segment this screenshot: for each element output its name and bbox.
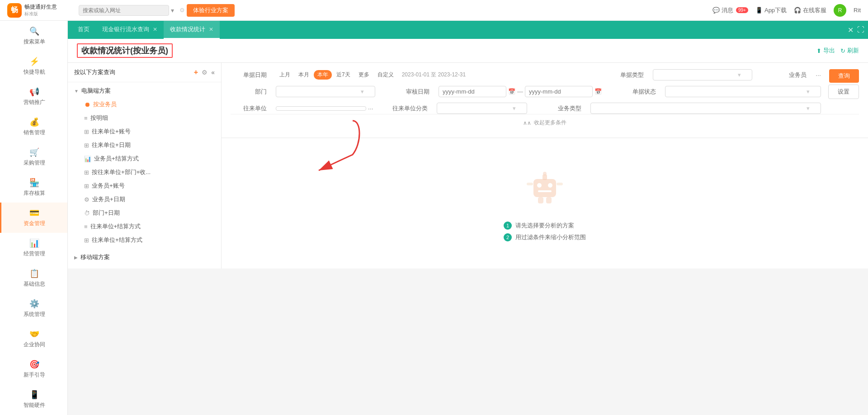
panel-settings-btn[interactable]: ⚙ (202, 69, 208, 76)
counterpart-select[interactable] (276, 106, 366, 111)
refresh-btn[interactable]: ↻ 刷新 (840, 47, 859, 55)
collection-stats-tab-label: 收款情况统计 (170, 25, 205, 33)
avatar[interactable]: R (834, 4, 846, 17)
tab-bank-flow[interactable]: 现金银行流水查询 ✕ (96, 21, 164, 39)
tab-collection-stats-close[interactable]: ✕ (209, 26, 213, 33)
tab-home[interactable]: 首页 (71, 21, 96, 39)
dept-select[interactable]: ▾ (276, 86, 375, 97)
sidebar-item-guide[interactable]: 🎯 新手引导 (0, 354, 67, 384)
salesperson-more-btn[interactable]: ··· (816, 71, 821, 79)
counterpart-category-select[interactable]: ▾ (437, 103, 527, 114)
tree-item-unit-account-label: 往来单位+账号 (92, 127, 131, 136)
step-1-text: 请先选择要分析的方案 (515, 222, 574, 230)
empty-steps: 1 请先选择要分析的方案 2 用过滤条件来缩小分析范围 (504, 222, 586, 241)
tree-category-mobile[interactable]: ▶ 移动端方案 (68, 250, 221, 264)
tree-item-unit-account[interactable]: ⊞ 往来单位+账号 (68, 125, 221, 138)
unit-settle1-icon: ≡ (84, 223, 88, 230)
calendar-icon-start[interactable]: 📅 (508, 88, 515, 95)
sidebar-item-finance[interactable]: 💳 资金管理 (0, 203, 67, 233)
sidebar-item-inventory[interactable]: 🏪 库存核算 (0, 172, 67, 203)
collapse-btn[interactable]: ∧∧ 收起更多条件 (231, 114, 859, 131)
tree-item-salesperson-label: 按业务员 (93, 100, 117, 108)
inventory-icon: 🏪 (29, 178, 39, 188)
tree-item-unit-settle1[interactable]: ≡ 往来单位+结算方式 (68, 220, 221, 233)
svg-point-5 (543, 172, 547, 175)
search-icon: 🔍 (29, 26, 39, 36)
tree-item-detail-label: 按明细 (90, 114, 108, 122)
logo-text: 畅捷通好生意 标准版 (24, 3, 57, 17)
url-input[interactable] (79, 5, 169, 16)
step-2-text: 用过滤条件来缩小分析范围 (515, 233, 586, 241)
review-date-end[interactable] (525, 86, 593, 97)
date-tab-more[interactable]: 更多 (355, 70, 373, 80)
sidebar-item-system[interactable]: ⚙️ 系统管理 (0, 293, 67, 324)
calendar-icon-end[interactable]: 📅 (594, 88, 602, 95)
tree-item-unit-settle1-label: 往来单位+结算方式 (90, 222, 141, 231)
left-panel: 按以下方案查询 + ⚙ « ▼ 电脑端方案 ⏺ 按业务员 (68, 63, 222, 269)
tree-item-unit-date[interactable]: ⊞ 往来单位+日期 (68, 138, 221, 152)
svg-rect-9 (546, 197, 552, 203)
window-maximize-btn[interactable]: ⛶ (857, 26, 864, 34)
tree-item-by-detail[interactable]: ≡ 按明细 (68, 111, 221, 125)
panel-collapse-btn[interactable]: « (211, 69, 215, 76)
doc-type-select[interactable]: ▾ (653, 69, 752, 80)
right-content: 单据日期 上月 本月 本年 近7天 更多 自定义 (222, 63, 868, 269)
sidebar-item-quick-nav[interactable]: ⚡ 快捷导航 (0, 51, 67, 81)
filter-row-date: 单据日期 上月 本月 本年 近7天 更多 自定义 (231, 69, 821, 80)
date-tab-this-year[interactable]: 本年 (314, 70, 332, 80)
tree-item-salesperson-date[interactable]: ⚙ 业务员+日期 (68, 193, 221, 206)
tree-item-unit-dept-collect[interactable]: ⊞ 按往来单位+部门+收... (68, 165, 221, 179)
date-tab-this-month[interactable]: 本月 (295, 70, 313, 80)
svg-rect-7 (557, 183, 563, 185)
sidebar-item-purchase[interactable]: 🛒 采购管理 (0, 142, 67, 172)
counterpart-cat-chevron: ▾ (513, 105, 516, 112)
tree-item-dept-date[interactable]: ⏱ 部门+日期 (68, 206, 221, 220)
doc-status-select[interactable]: ▾ (665, 86, 821, 97)
business-type-select[interactable]: ▾ (590, 103, 821, 114)
operations-icon: 📊 (29, 238, 39, 248)
sidebar-item-marketing[interactable]: 📢 营销推广 (0, 81, 67, 112)
query-btn[interactable]: 查询 (829, 69, 859, 83)
review-date-range: 📅 — 📅 (439, 86, 602, 97)
window-close-btn[interactable]: ✕ (848, 26, 854, 34)
page-content: 收款情况统计(按业务员) ⬆ 导出 ↻ 刷新 按以下 (68, 39, 868, 415)
sidebar-label-enterprise: 企业协同 (24, 341, 45, 349)
sidebar-item-operations[interactable]: 📊 经营管理 (0, 233, 67, 263)
tree-category-desktop[interactable]: ▼ 电脑端方案 (68, 84, 221, 98)
counterpart-category-label: 往来单位分类 (392, 104, 428, 113)
panel-add-btn[interactable]: + (194, 68, 198, 76)
date-tab-last-month[interactable]: 上月 (276, 70, 294, 80)
settings-btn[interactable]: 设置 (828, 85, 859, 99)
counterpart-more-btn[interactable]: ··· (368, 105, 373, 112)
online-service-item[interactable]: 🎧 在线客服 (794, 6, 826, 14)
body-with-panel: 按以下方案查询 + ⚙ « ▼ 电脑端方案 ⏺ 按业务员 (68, 63, 868, 269)
trial-btn[interactable]: 体验行业方案 (187, 4, 235, 17)
tree-item-salesperson-settle[interactable]: 📊 业务员+结算方式 (68, 152, 221, 165)
unit-settle2-icon: ⊞ (84, 237, 89, 244)
date-tab-custom[interactable]: 自定义 (374, 70, 397, 80)
tree-item-salesperson-account[interactable]: ⊞ 业务员+账号 (68, 179, 221, 193)
sidebar-item-basic[interactable]: 📋 基础信息 (0, 263, 67, 293)
date-tab-last-7days[interactable]: 近7天 (333, 70, 354, 80)
sidebar-label-purchase: 采购管理 (24, 159, 45, 167)
message-item[interactable]: 💬 消息 99+ (712, 6, 748, 14)
username: Rit (854, 7, 861, 14)
tree-item-salesperson-settle-label: 业务员+结算方式 (94, 155, 139, 163)
tree-item-by-salesperson[interactable]: ⏺ 按业务员 (68, 98, 221, 111)
app-download-item[interactable]: 📱 App下载 (755, 6, 787, 14)
export-btn[interactable]: ⬆ 导出 (816, 47, 835, 55)
sidebar-item-sales[interactable]: 💰 销售管理 (0, 112, 67, 142)
sidebar-label-system: 系统管理 (24, 311, 45, 318)
sidebar-item-smart-hw[interactable]: 📱 智能硬件 (0, 384, 67, 415)
tree-item-unit-settle2[interactable]: ⊞ 往来单位+结算方式 (68, 233, 221, 247)
salesperson-settle-icon: 📊 (84, 156, 91, 162)
tab-bank-flow-close[interactable]: ✕ (153, 26, 157, 33)
bank-flow-tab-label: 现金银行流水查询 (102, 25, 149, 33)
gear-icon[interactable]: ⚙ (179, 7, 185, 14)
tab-collection-stats[interactable]: 收款情况统计 ✕ (164, 21, 220, 39)
sidebar-item-search-menu[interactable]: 🔍 搜索菜单 (0, 21, 67, 51)
counterpart-label: 往来单位 (231, 104, 267, 113)
sidebar-item-enterprise[interactable]: 🤝 企业协同 (0, 324, 67, 354)
nav-dropdown-icon[interactable]: ▾ (171, 7, 174, 14)
review-date-start[interactable] (439, 86, 506, 97)
